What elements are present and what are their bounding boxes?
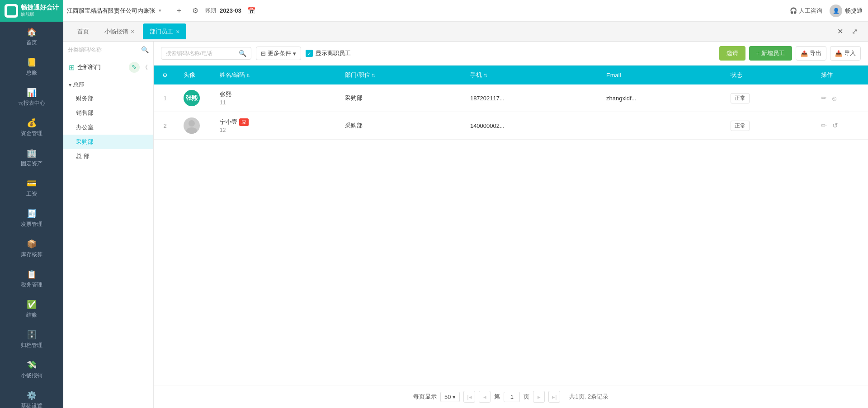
dept-section-title[interactable]: ▾ 总部	[63, 78, 153, 91]
app-title: 畅捷通好会计	[21, 4, 59, 11]
tab-expense[interactable]: 小畅报销 ×	[98, 23, 141, 39]
page-suffix: 页	[524, 393, 529, 401]
sidebar-item-label: 库存核算	[21, 251, 42, 258]
export-button[interactable]: 📤 导出	[796, 46, 826, 61]
employee-search-input[interactable]	[166, 50, 236, 56]
pagination: 每页显示 50 ▾ |◂ ◂ 第 页 ▸ ▸| 共1页, 2条记录	[154, 385, 868, 408]
calendar-icon[interactable]: 📅	[245, 5, 258, 17]
settings-icon[interactable]: ⚙	[189, 5, 202, 17]
filter-icon: ⊟	[261, 50, 266, 57]
sidebar-item-invoice[interactable]: 🧾 发票管理	[0, 203, 63, 234]
per-page-select[interactable]: 50 ▾	[440, 392, 460, 402]
employee-tag: 应	[239, 118, 249, 126]
section-arrow-icon: ▾	[69, 82, 71, 88]
tab-employees-label: 部门员工	[150, 28, 173, 36]
collapse-icon[interactable]: 《	[142, 64, 148, 71]
user-name: 畅捷通	[845, 7, 863, 15]
sidebar-item-label: 归档管理	[21, 342, 42, 349]
avatar: 👤	[830, 5, 842, 17]
period-value: 2023-03	[220, 7, 241, 14]
employee-table: ⚙ 头像 姓名/编码 ⇅ 部门/职位 ⇅ 手机 ⇅ Email 状态 操作	[154, 66, 868, 140]
per-page-arrow-icon: ▾	[453, 394, 456, 400]
filter-button[interactable]: ⊟ 更多条件 ▾	[256, 47, 301, 60]
last-page-button[interactable]: ▸|	[548, 391, 560, 403]
dept-item-office[interactable]: 办公室	[63, 120, 153, 135]
close-all-icon[interactable]: ✕	[834, 25, 846, 38]
sidebar-item-expense[interactable]: 💸 小畅报销	[0, 355, 63, 385]
expand-icon[interactable]: ⤢	[848, 25, 861, 38]
sidebar-item-salary[interactable]: 💳 工资	[0, 173, 63, 203]
sidebar-item-ledger[interactable]: 📒 总账	[0, 52, 63, 82]
table-row: 2 宁小壹	[154, 112, 868, 140]
tab-expense-close-icon[interactable]: ×	[131, 28, 134, 35]
finance-icon: 💰	[27, 118, 37, 128]
user-area[interactable]: 👤 畅捷通	[830, 5, 863, 17]
service-button[interactable]: 🎧 人工咨询	[790, 7, 822, 15]
status-badge: 正常	[731, 121, 750, 131]
row-avatar: 张熙	[176, 84, 212, 112]
show-resigned-checkbox-area[interactable]: ✓ 显示离职员工	[306, 49, 351, 57]
search-icon[interactable]: 🔍	[239, 50, 246, 57]
dept-item-general[interactable]: 总 部	[63, 149, 153, 164]
logout-icon[interactable]: ⎋	[832, 94, 836, 102]
sidebar-item-home[interactable]: 🏠 首页	[0, 22, 63, 52]
sidebar-item-tax[interactable]: 📋 税务管理	[0, 264, 63, 294]
page-number-input[interactable]	[504, 392, 520, 402]
toolbar-right: 邀请 + 新增员工 📤 导出 📥 导入	[719, 46, 861, 61]
row-dept: 采购部	[338, 112, 463, 140]
sidebar-item-inventory[interactable]: 📦 库存核算	[0, 234, 63, 264]
tab-bar: 首页 小畅报销 × 部门员工 × ✕ ⤢	[63, 22, 868, 42]
dept-search-input[interactable]	[68, 47, 141, 53]
assets-icon: 🏢	[27, 148, 37, 158]
sidebar-item-closing[interactable]: ✅ 结账	[0, 294, 63, 324]
dept-search-box: 🔍	[63, 42, 153, 58]
sidebar-item-archive[interactable]: 🗄️ 归档管理	[0, 324, 63, 355]
sidebar-item-assets[interactable]: 🏢 固定资产	[0, 143, 63, 173]
dept-header-label: 全部部门	[77, 63, 126, 71]
table-header: ⚙ 头像 姓名/编码 ⇅ 部门/职位 ⇅ 手机 ⇅ Email 状态 操作	[154, 66, 868, 84]
add-employee-button[interactable]: + 新增员工	[749, 46, 792, 61]
refresh-icon[interactable]: ↺	[832, 122, 838, 130]
company-dropdown-icon[interactable]: ▾	[159, 8, 161, 14]
import-button[interactable]: 📥 导入	[830, 46, 861, 61]
edit-icon[interactable]: ✏	[821, 122, 827, 130]
row-dept: 采购部	[338, 84, 463, 112]
show-resigned-label: 显示离职员工	[316, 49, 351, 57]
sidebar-item-label: 云报表中心	[18, 99, 45, 107]
sidebar-item-reports[interactable]: 📊 云报表中心	[0, 82, 63, 113]
dept-tree: ▾ 总部 财务部 销售部 办公室 采购部 总 部	[63, 76, 153, 408]
dept-item-purchasing[interactable]: 采购部	[63, 135, 153, 149]
dept-header[interactable]: ⊞ 全部部门 ✎ 《	[63, 58, 153, 76]
top-bar-right: 🎧 人工咨询 👤 畅捷通	[790, 5, 863, 17]
avatar: 张熙	[184, 90, 200, 106]
tab-home[interactable]: 首页	[71, 23, 96, 39]
add-dept-icon[interactable]: ✎	[129, 62, 140, 73]
dept-item-finance[interactable]: 财务部	[63, 91, 153, 106]
col-settings[interactable]: ⚙	[154, 66, 176, 84]
employee-code: 11	[220, 99, 330, 106]
first-page-button[interactable]: |◂	[463, 391, 475, 403]
sidebar-item-finance[interactable]: 💰 资金管理	[0, 113, 63, 143]
dept-item-sales[interactable]: 销售部	[63, 106, 153, 120]
tax-icon: 📋	[27, 269, 37, 279]
main-layout: 🏠 首页 📒 总账 📊 云报表中心 💰 资金管理 🏢 固定资产 💳 工资 🧾 发…	[0, 22, 868, 408]
employee-table-container: ⚙ 头像 姓名/编码 ⇅ 部门/职位 ⇅ 手机 ⇅ Email 状态 操作	[154, 66, 868, 385]
row-num: 1	[154, 84, 176, 112]
show-resigned-checkbox[interactable]: ✓	[306, 50, 313, 57]
tab-employees[interactable]: 部门员工 ×	[143, 23, 186, 39]
sidebar-item-settings[interactable]: ⚙️ 基础设置	[0, 385, 63, 408]
content-area: 首页 小畅报销 × 部门员工 × ✕ ⤢ 🔍	[63, 22, 868, 408]
invite-button[interactable]: 邀请	[719, 46, 745, 61]
prev-page-button[interactable]: ◂	[479, 391, 491, 403]
next-page-button[interactable]: ▸	[533, 391, 545, 403]
right-panel: 🔍 ⊟ 更多条件 ▾ ✓ 显示离职员工 邀请 + 新增员工	[154, 42, 868, 408]
divider	[167, 5, 167, 16]
dept-search-icon[interactable]: 🔍	[141, 46, 149, 53]
col-phone[interactable]: 手机 ⇅	[463, 66, 599, 84]
col-name[interactable]: 姓名/编码 ⇅	[212, 66, 338, 84]
tab-employees-close-icon[interactable]: ×	[176, 28, 179, 35]
row-phone: 140000002...	[463, 112, 599, 140]
edit-icon[interactable]: ✏	[821, 94, 827, 102]
add-button[interactable]: ＋	[173, 5, 185, 17]
col-dept[interactable]: 部门/职位 ⇅	[338, 66, 463, 84]
